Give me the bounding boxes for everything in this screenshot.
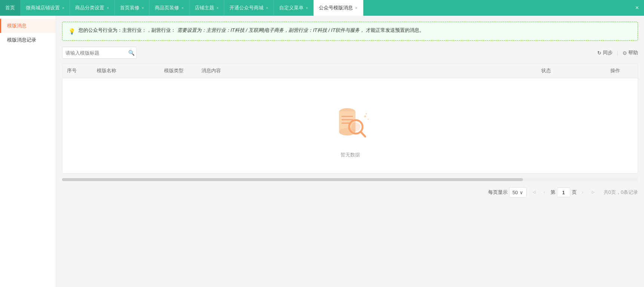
toolbar-divider: | xyxy=(617,50,618,56)
page-suffix-label: 页 xyxy=(572,189,577,196)
th-seq: 序号 xyxy=(62,64,92,78)
notice-highlight: 需要设置为：主营行业：IT科技 / 互联网|电子商务，副营行业：IT科技 / I… xyxy=(177,27,365,33)
page-size-label: 每页显示 xyxy=(488,189,508,196)
nav-tab-open-mall[interactable]: 开通公众号商城 × xyxy=(224,0,274,16)
search-bar: 🔍 ↻ 同步 | ⊙ 帮助 xyxy=(62,47,638,59)
page-size-value: 50 xyxy=(512,190,518,195)
th-status: 状态 xyxy=(537,64,593,78)
help-button[interactable]: ⊙ 帮助 xyxy=(623,49,638,56)
last-page-button[interactable]: ⊳ xyxy=(589,188,598,197)
svg-point-10 xyxy=(367,119,369,120)
notice-box: 💡 您的公众号行业为：主营行业：，副营行业： 需要设置为：主营行业：IT科技 /… xyxy=(62,22,638,41)
dropdown-arrow-icon: ∨ xyxy=(520,190,523,195)
nav-tab-product-decor[interactable]: 商品页装修 × xyxy=(150,0,189,16)
nav-tab-custom-menu[interactable]: 自定义菜单 × xyxy=(274,0,314,16)
toolbar-right: ↻ 同步 | ⊙ 帮助 xyxy=(597,49,638,56)
help-label: 帮助 xyxy=(628,49,638,56)
page-number-input[interactable] xyxy=(557,187,570,197)
page-input-wrap: 第 页 xyxy=(551,187,577,197)
sync-icon: ↻ xyxy=(597,50,601,56)
data-table: 序号 模版名称 模版类型 消息内容 状态 操作 xyxy=(62,63,638,174)
th-type: 模版类型 xyxy=(160,64,197,78)
top-nav: 首页 微商城店铺设置 × 商品分类设置 × 首页装修 × 商品页装修 × 店铺主… xyxy=(0,0,644,16)
prev-page-button[interactable]: ‹ xyxy=(540,188,549,197)
nav-tab-shop-settings-label: 微商城店铺设置 xyxy=(26,4,60,11)
nav-tab-template-msg-close[interactable]: × xyxy=(355,6,357,10)
notice-bulb-icon: 💡 xyxy=(68,27,76,36)
scrollbar-track[interactable] xyxy=(62,178,638,181)
nav-tab-open-mall-label: 开通公众号商城 xyxy=(229,4,264,11)
sync-label: 同步 xyxy=(603,49,613,56)
help-icon: ⊙ xyxy=(623,50,627,56)
nav-tab-shop-theme-close[interactable]: × xyxy=(216,6,219,10)
scrollbar-thumb[interactable] xyxy=(62,178,523,181)
nav-tab-product-decor-label: 商品页装修 xyxy=(155,4,179,11)
sidebar-item-template-msg-log[interactable]: 模版消息记录 xyxy=(0,33,56,47)
pagination: 每页显示 50 ∨ ⊲ ‹ 第 页 › ⊳ 共0页，0条记录 xyxy=(62,186,638,199)
search-input-wrap: 🔍 xyxy=(62,47,137,59)
sidebar-item-template-msg-log-label: 模版消息记录 xyxy=(7,37,36,43)
nav-tab-product-category-label: 商品分类设置 xyxy=(75,4,104,11)
page-prefix-label: 第 xyxy=(551,189,555,196)
nav-tab-shop-theme[interactable]: 店铺主题 × xyxy=(189,0,224,16)
nav-tab-product-decor-close[interactable]: × xyxy=(181,6,184,10)
sidebar-item-template-msg[interactable]: 模版消息 xyxy=(0,19,56,33)
nav-tab-shop-theme-label: 店铺主题 xyxy=(195,4,214,11)
th-content: 消息内容 xyxy=(197,64,537,78)
svg-point-7 xyxy=(351,122,360,131)
nav-tab-custom-menu-close[interactable]: × xyxy=(306,6,308,10)
nav-tab-home-decor-label: 首页装修 xyxy=(120,4,139,11)
nav-tab-shop-settings-close[interactable]: × xyxy=(62,6,64,10)
sidebar-item-template-msg-label: 模版消息 xyxy=(7,23,27,28)
nav-tab-home-decor[interactable]: 首页装修 × xyxy=(115,0,150,16)
total-info: 共0页，0条记录 xyxy=(604,189,638,196)
svg-point-9 xyxy=(364,116,366,117)
nav-tab-product-category-close[interactable]: × xyxy=(107,6,109,10)
page-size-dropdown[interactable]: 50 ∨ xyxy=(509,187,526,198)
nav-tab-open-mall-close[interactable]: × xyxy=(266,6,268,10)
search-input[interactable] xyxy=(65,50,128,56)
sidebar: 模版消息 模版消息记录 xyxy=(0,16,56,287)
search-button[interactable]: 🔍 xyxy=(128,50,135,56)
svg-line-8 xyxy=(361,132,365,137)
nav-tab-home-label: 首页 xyxy=(5,4,15,11)
table-header: 序号 模版名称 模版类型 消息内容 状态 操作 xyxy=(62,64,638,78)
notice-suffix: 才能正常发送预置的消息。 xyxy=(366,27,424,33)
empty-illustration xyxy=(328,101,373,146)
nav-tab-custom-menu-label: 自定义菜单 xyxy=(279,4,303,11)
nav-tab-shop-settings[interactable]: 微商城店铺设置 × xyxy=(21,0,70,16)
th-name: 模版名称 xyxy=(92,64,160,78)
close-all-icon: × xyxy=(635,4,639,11)
main-layout: 模版消息 模版消息记录 💡 您的公众号行业为：主营行业：，副营行业： 需要设置为… xyxy=(0,16,644,287)
th-action: 操作 xyxy=(593,64,638,78)
next-page-button[interactable]: › xyxy=(578,188,587,197)
nav-tab-home[interactable]: 首页 xyxy=(0,0,21,16)
nav-tab-product-category[interactable]: 商品分类设置 × xyxy=(70,0,114,16)
page-size-select: 每页显示 50 ∨ xyxy=(488,187,526,198)
nav-close-all-button[interactable]: × xyxy=(630,0,644,16)
svg-point-11 xyxy=(366,113,367,115)
nav-tab-template-msg-label: 公众号模版消息 xyxy=(319,4,353,11)
nav-tab-template-msg[interactable]: 公众号模版消息 × xyxy=(314,0,363,16)
sync-button[interactable]: ↻ 同步 xyxy=(597,49,613,56)
notice-text: 您的公众号行业为：主营行业：，副营行业： 需要设置为：主营行业：IT科技 / 互… xyxy=(78,27,424,34)
page-nav: ⊲ ‹ 第 页 › ⊳ xyxy=(530,187,598,197)
empty-text: 暂无数据 xyxy=(341,152,360,158)
content-area: 💡 您的公众号行业为：主营行业：，副营行业： 需要设置为：主营行业：IT科技 /… xyxy=(56,16,644,287)
notice-prefix: 您的公众号行业为：主营行业：，副营行业： xyxy=(78,27,176,33)
empty-state: 暂无数据 xyxy=(62,78,638,173)
nav-tab-home-decor-close[interactable]: × xyxy=(142,6,144,10)
first-page-button[interactable]: ⊲ xyxy=(530,188,539,197)
